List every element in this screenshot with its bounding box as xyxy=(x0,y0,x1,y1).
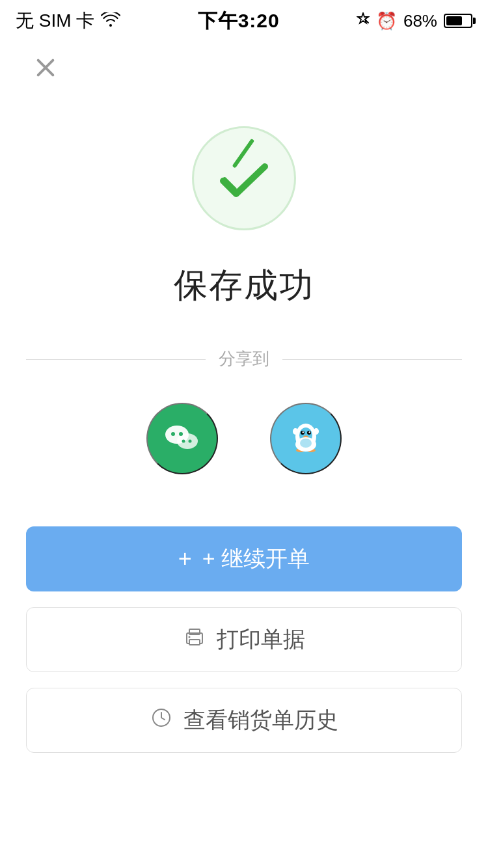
action-buttons: + + 继续开单 打印单据 查看销货单历史 xyxy=(26,526,462,753)
close-button[interactable] xyxy=(26,48,65,87)
battery-fill xyxy=(446,16,462,25)
svg-point-3 xyxy=(179,432,183,436)
carrier-text: 无 SIM 卡 xyxy=(16,8,94,33)
svg-rect-21 xyxy=(189,640,200,645)
wechat-icon xyxy=(163,422,202,456)
svg-point-11 xyxy=(309,431,310,433)
checkmark-icon xyxy=(218,159,270,198)
status-time: 下午3:20 xyxy=(198,8,280,34)
continue-button[interactable]: + + 继续开单 xyxy=(26,526,462,591)
svg-point-18 xyxy=(314,428,319,435)
share-section: 分享到 xyxy=(26,347,462,370)
battery-bar xyxy=(444,14,472,28)
svg-point-16 xyxy=(300,439,312,448)
qq-share-button[interactable] xyxy=(270,403,342,474)
success-title: 保存成功 xyxy=(174,263,314,308)
print-button[interactable]: 打印单据 xyxy=(26,607,462,672)
svg-point-22 xyxy=(189,636,191,638)
continue-label: + 继续开单 xyxy=(202,544,310,574)
qq-icon xyxy=(286,418,325,459)
main-content: 保存成功 分享到 xyxy=(0,87,488,868)
svg-point-5 xyxy=(189,439,192,442)
history-icon xyxy=(150,706,173,735)
battery-percent: 68% xyxy=(403,11,437,31)
alarm-icon: ⏰ xyxy=(376,11,397,31)
wifi-icon xyxy=(101,10,120,31)
plus-icon: + xyxy=(178,545,192,573)
share-label: 分享到 xyxy=(206,347,282,370)
history-label: 查看销货单历史 xyxy=(183,705,338,735)
print-label: 打印单据 xyxy=(217,625,305,655)
status-bar: 无 SIM 卡 下午3:20 ⏰ 68% xyxy=(0,0,488,42)
status-right: ⏰ 68% xyxy=(357,11,472,31)
status-left: 无 SIM 卡 xyxy=(16,8,120,33)
history-button[interactable]: 查看销货单历史 xyxy=(26,688,462,753)
print-icon xyxy=(183,625,206,654)
close-icon xyxy=(33,55,59,81)
success-circle xyxy=(192,126,296,230)
svg-point-10 xyxy=(303,431,304,433)
location-icon xyxy=(357,11,370,31)
svg-point-2 xyxy=(171,432,175,436)
svg-point-4 xyxy=(182,439,185,442)
wechat-share-button[interactable] xyxy=(146,403,218,474)
share-icons xyxy=(146,403,342,474)
svg-point-17 xyxy=(293,428,298,435)
